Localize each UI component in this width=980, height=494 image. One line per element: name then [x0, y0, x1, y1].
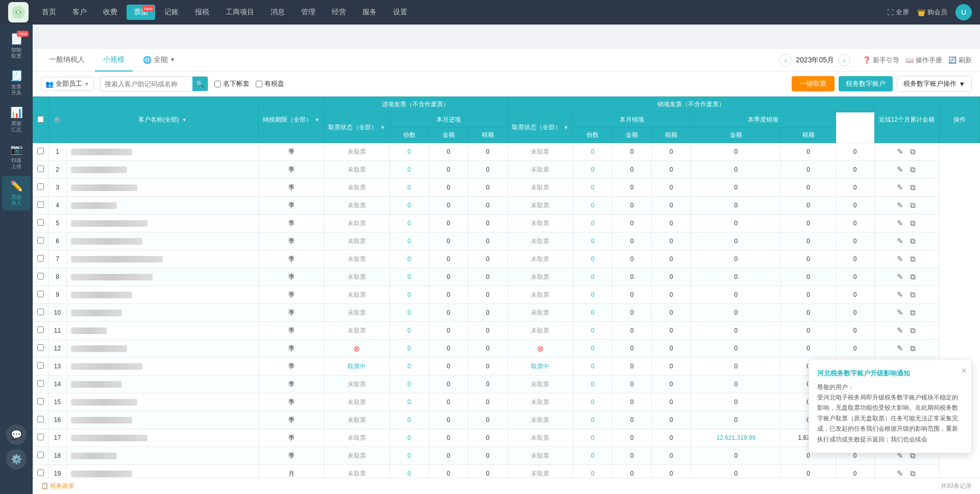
copy-icon[interactable]: ⧉ — [908, 236, 919, 247]
edit-icon[interactable]: ✎ — [895, 325, 906, 336]
edit-icon[interactable]: ✎ — [895, 343, 906, 354]
copy-icon[interactable]: ⧉ — [908, 146, 919, 157]
top-nav-items: 首页 客户 收费 票据 new 记账 报税 工商项目 消息 管理 经营 服务 设… — [35, 5, 887, 20]
nav-item-tax[interactable]: 报税 — [188, 5, 216, 20]
edit-icon[interactable]: ✎ — [895, 289, 906, 300]
search-button[interactable]: 🔍 — [192, 77, 208, 91]
edit-icon[interactable]: ✎ — [895, 146, 906, 157]
sidebar-item-summary[interactable]: 📊 票据汇总 — [2, 102, 31, 137]
nav-item-manage[interactable]: 管理 — [294, 5, 323, 20]
status-unget: 未取票 — [348, 434, 366, 441]
copy-icon[interactable]: ⧉ — [908, 218, 919, 229]
sidebar-item-enter[interactable]: ✏️ 票据录入 — [2, 176, 31, 210]
guide-button[interactable]: ❓ 新手引导 — [863, 56, 899, 65]
copy-icon[interactable]: ⧉ — [908, 164, 919, 175]
user-avatar[interactable]: U — [955, 4, 972, 20]
nav-item-client[interactable]: 客户 — [65, 5, 94, 20]
nav-item-operation[interactable]: 经营 — [325, 5, 353, 20]
nav-item-business[interactable]: 工商项目 — [218, 5, 261, 20]
row-actions-cell: ✎ ⧉ — [874, 215, 939, 232]
checkbox-taxdisk[interactable]: 有税盘 — [256, 79, 284, 88]
edit-icon[interactable]: ✎ — [895, 271, 906, 283]
select-all-checkbox[interactable] — [37, 116, 44, 123]
th-out-status-filter[interactable]: ▼ — [564, 125, 569, 130]
vip-button[interactable]: 👑 购会员 — [917, 8, 947, 17]
tab-all[interactable]: 🌐 全能 ▼ — [135, 49, 183, 72]
tab-general-taxpayer[interactable]: 一般纳税人 — [41, 49, 93, 72]
row-out-status-cell: 未取票 — [507, 286, 573, 304]
th-period-filter-icon[interactable]: ▼ — [314, 117, 320, 123]
row-last12-cell: 0 — [836, 215, 874, 232]
row-checkbox[interactable] — [37, 255, 44, 262]
copy-icon[interactable]: ⧉ — [908, 271, 919, 283]
row-checkbox[interactable] — [37, 362, 44, 369]
edit-icon[interactable]: ✎ — [895, 182, 906, 193]
row-checkbox[interactable] — [37, 219, 44, 226]
table-row: 10 季 未取票 0 0 0 未取票 0 0 0 0 0 0 ✎ ⧉ — [33, 304, 980, 322]
checkbox-taxdisk-input[interactable] — [256, 81, 262, 87]
copy-icon[interactable]: ⧉ — [908, 182, 919, 193]
search-input[interactable] — [101, 78, 192, 90]
row-checkbox[interactable] — [37, 148, 44, 154]
tax-digital-account-button[interactable]: 税务数字账户 — [839, 76, 893, 91]
nav-item-message[interactable]: 消息 — [263, 5, 292, 20]
copy-icon[interactable]: ⧉ — [908, 343, 919, 354]
nav-item-home[interactable]: 首页 — [35, 5, 63, 20]
row-checkbox[interactable] — [37, 166, 44, 172]
row-checkbox[interactable] — [37, 326, 44, 333]
settings-icon[interactable]: ⚙️ — [54, 116, 61, 124]
one-click-ticket-button[interactable]: 一键取票 — [792, 76, 835, 91]
row-checkbox[interactable] — [37, 291, 44, 297]
settings-icon-button[interactable]: ⚙️ — [6, 449, 27, 469]
edit-icon[interactable]: ✎ — [895, 253, 906, 265]
client-name-blurred — [71, 327, 107, 334]
edit-icon[interactable]: ✎ — [895, 218, 906, 229]
period-prev-button[interactable]: ‹ — [779, 54, 792, 66]
sidebar-item-open-invoice[interactable]: 🧾 发票开具 — [2, 65, 31, 100]
row-checkbox[interactable] — [37, 273, 44, 279]
tax-policy-link[interactable]: 📋 税务政策 — [41, 482, 75, 490]
row-checkbox[interactable] — [37, 344, 44, 351]
nav-item-bookkeeping[interactable]: 记账 — [157, 5, 186, 20]
sidebar-item-smart-ticket[interactable]: 📄 智能取票 new — [2, 29, 31, 63]
row-checkbox[interactable] — [37, 416, 44, 422]
th-client-filter-icon[interactable]: ▼ — [182, 117, 187, 123]
row-checkbox[interactable] — [37, 398, 44, 405]
nav-item-service[interactable]: 服务 — [355, 5, 384, 20]
tax-digital-account-ops-button[interactable]: 税务数字账户操作 ▼ — [897, 76, 972, 92]
nav-item-settings[interactable]: 设置 — [386, 5, 414, 20]
edit-icon[interactable]: ✎ — [895, 236, 906, 247]
edit-icon[interactable]: ✎ — [895, 164, 906, 175]
chat-icon-button[interactable]: 💬 — [6, 425, 27, 445]
row-checkbox[interactable] — [37, 452, 44, 458]
nav-item-fee[interactable]: 收费 — [96, 5, 125, 20]
copy-icon[interactable]: ⧉ — [908, 307, 919, 318]
row-checkbox[interactable] — [37, 201, 44, 208]
row-checkbox[interactable] — [37, 309, 44, 315]
row-checkbox[interactable] — [37, 237, 44, 244]
notification-close-button[interactable]: × — [962, 364, 966, 378]
row-checkbox[interactable] — [37, 183, 44, 190]
period-next-button[interactable]: › — [838, 54, 850, 66]
checkbox-account[interactable]: 名下帐套 — [214, 79, 250, 88]
row-checkbox[interactable] — [37, 434, 44, 440]
th-in-status-filter[interactable]: ▼ — [380, 125, 385, 130]
row-client-name-cell — [67, 340, 259, 358]
row-checkbox[interactable] — [37, 380, 44, 387]
copy-icon[interactable]: ⧉ — [908, 289, 919, 300]
refresh-button[interactable]: 🔄 刷新 — [948, 56, 972, 65]
copy-icon[interactable]: ⧉ — [908, 325, 919, 336]
manual-button[interactable]: 📖 操作手册 — [905, 56, 942, 65]
sidebar-item-scan[interactable]: 📷 扫描上传 — [2, 139, 31, 174]
nav-item-ticket[interactable]: 票据 new — [127, 5, 155, 20]
tab-small-scale[interactable]: 小规模 — [95, 49, 133, 72]
status-unget: 未取票 — [531, 184, 549, 191]
employee-select[interactable]: 👥 全部员工 ▼ — [41, 77, 94, 91]
checkbox-account-input[interactable] — [214, 81, 221, 87]
copy-icon[interactable]: ⧉ — [908, 253, 919, 265]
copy-icon[interactable]: ⧉ — [908, 200, 919, 211]
edit-icon[interactable]: ✎ — [895, 200, 906, 211]
edit-icon[interactable]: ✎ — [895, 307, 906, 318]
row-checkbox[interactable] — [37, 469, 44, 476]
fullscreen-button[interactable]: ⛶ 全屏 — [887, 8, 909, 17]
